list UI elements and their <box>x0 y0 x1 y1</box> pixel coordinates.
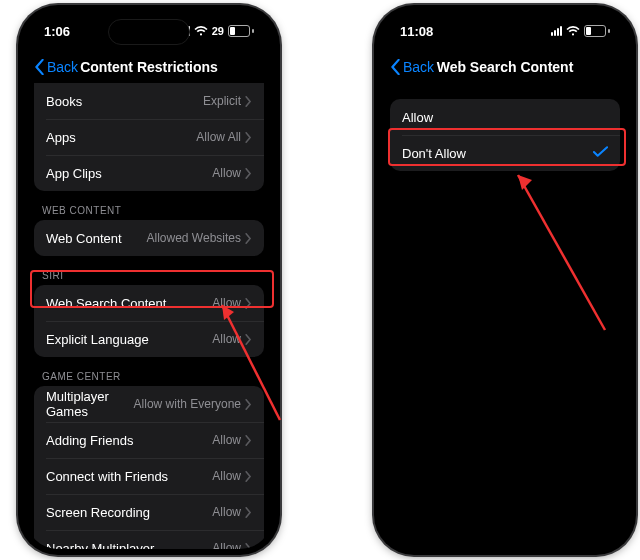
row-web-search-content[interactable]: Web Search ContentAllow <box>34 285 264 321</box>
row-screen-recording[interactable]: Screen RecordingAllow <box>34 494 264 530</box>
status-indicators <box>551 25 610 37</box>
status-indicators: 29 <box>179 25 254 37</box>
chevron-right-icon <box>245 233 252 244</box>
section-header-web: WEB CONTENT <box>26 191 272 220</box>
chevron-right-icon <box>245 298 252 309</box>
battery-icon: 29 <box>212 25 254 37</box>
chevron-left-icon <box>34 59 45 75</box>
back-button[interactable]: Back <box>34 59 78 75</box>
chevron-right-icon <box>245 435 252 446</box>
screen-left: 1:06 29 Back Content Restrictions BooksE… <box>26 11 272 549</box>
chevron-right-icon <box>245 334 252 345</box>
content-left[interactable]: BooksExplicit AppsAllow All App ClipsAll… <box>26 83 272 549</box>
chevron-right-icon <box>245 132 252 143</box>
group-siri: Web Search ContentAllow Explicit Languag… <box>34 285 264 357</box>
chevron-left-icon <box>390 59 401 75</box>
status-time: 1:06 <box>44 24 70 39</box>
content-right[interactable]: Allow Don't Allow <box>382 83 628 549</box>
row-app-clips[interactable]: App ClipsAllow <box>34 155 264 191</box>
row-adding-friends[interactable]: Adding FriendsAllow <box>34 422 264 458</box>
chevron-right-icon <box>245 168 252 179</box>
notch <box>455 11 555 33</box>
group-options: Allow Don't Allow <box>390 99 620 171</box>
row-allow[interactable]: Allow <box>390 99 620 135</box>
stage: { "left": { "status": { "time": "1:06", … <box>0 0 640 560</box>
row-nearby-multiplayer[interactable]: Nearby MultiplayerAllow <box>34 530 264 549</box>
screen-right: 11:08 Back Web Search Content Allow Don'… <box>382 11 628 549</box>
row-explicit-language[interactable]: Explicit LanguageAllow <box>34 321 264 357</box>
battery-icon <box>584 25 610 37</box>
back-label: Back <box>47 59 78 75</box>
group-top: BooksExplicit AppsAllow All App ClipsAll… <box>34 83 264 191</box>
chevron-right-icon <box>245 471 252 482</box>
checkmark-icon <box>593 146 608 161</box>
back-label: Back <box>403 59 434 75</box>
back-button[interactable]: Back <box>390 59 434 75</box>
section-header-gc: GAME CENTER <box>26 357 272 386</box>
dynamic-island <box>108 19 190 45</box>
signal-icon <box>551 26 562 36</box>
phone-right: 11:08 Back Web Search Content Allow Don'… <box>374 5 636 555</box>
group-web: Web ContentAllowed Websites <box>34 220 264 256</box>
wifi-icon <box>566 26 580 37</box>
chevron-right-icon <box>245 399 252 410</box>
nav-bar: Back Web Search Content <box>382 51 628 83</box>
row-books[interactable]: BooksExplicit <box>34 83 264 119</box>
row-apps[interactable]: AppsAllow All <box>34 119 264 155</box>
wifi-icon <box>194 26 208 37</box>
phone-left: 1:06 29 Back Content Restrictions BooksE… <box>18 5 280 555</box>
chevron-right-icon <box>245 507 252 518</box>
chevron-right-icon <box>245 96 252 107</box>
nav-bar: Back Content Restrictions <box>26 51 272 83</box>
row-multiplayer-games[interactable]: Multiplayer GamesAllow with Everyone <box>34 386 264 422</box>
row-web-content[interactable]: Web ContentAllowed Websites <box>34 220 264 256</box>
row-dont-allow[interactable]: Don't Allow <box>390 135 620 171</box>
group-gc: Multiplayer GamesAllow with Everyone Add… <box>34 386 264 549</box>
chevron-right-icon <box>245 543 252 550</box>
section-header-siri: SIRI <box>26 256 272 285</box>
row-connect-with-friends[interactable]: Connect with FriendsAllow <box>34 458 264 494</box>
status-time: 11:08 <box>400 24 433 39</box>
